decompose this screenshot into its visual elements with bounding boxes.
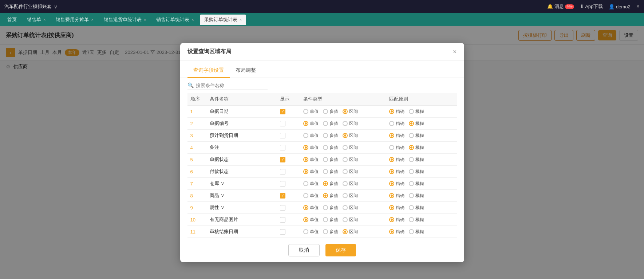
radio-type-区间[interactable]: 区间 [343, 121, 358, 127]
tab-close-stat[interactable]: × [191, 17, 194, 22]
checkbox-show-6[interactable] [280, 181, 285, 186]
row-show-1[interactable] [277, 118, 300, 130]
row-show-8[interactable] [277, 202, 300, 214]
radio-type-多值[interactable]: 多值 [323, 157, 338, 163]
row-show-10[interactable] [277, 226, 300, 238]
radio-type-多值[interactable]: 多值 [323, 145, 338, 151]
modal-tab-layout[interactable]: 布局调整 [230, 65, 262, 78]
radio-match-模糊[interactable]: 模糊 [409, 193, 424, 199]
radio-type-区间[interactable]: 区间 [343, 145, 358, 151]
radio-match-精确[interactable]: 精确 [389, 169, 404, 175]
radio-match-精确[interactable]: 精确 [389, 157, 404, 163]
modal-title: 设置查询区域布局 [187, 48, 231, 55]
radio-type-多值[interactable]: 多值 [323, 169, 338, 175]
radio-match-模糊[interactable]: 模糊 [409, 181, 424, 187]
checkbox-show-2[interactable] [280, 133, 285, 138]
checkbox-show-8[interactable] [280, 205, 285, 211]
radio-type-多值[interactable]: 多值 [323, 109, 338, 115]
row-show-6[interactable] [277, 178, 300, 190]
radio-type-单值[interactable]: 单值 [303, 133, 319, 139]
radio-type-单值[interactable]: 单值 [303, 205, 319, 211]
radio-type-区间[interactable]: 区间 [343, 169, 358, 175]
row-show-7[interactable]: ✓ [277, 190, 300, 202]
radio-match-模糊[interactable]: 模糊 [409, 145, 424, 151]
radio-match-精确[interactable]: 精确 [389, 109, 404, 115]
radio-match-精确[interactable]: 精确 [389, 193, 404, 199]
radio-match-模糊[interactable]: 模糊 [409, 205, 424, 211]
radio-type-多值[interactable]: 多值 [323, 193, 338, 199]
radio-match-模糊[interactable]: 模糊 [409, 169, 424, 175]
download-btn[interactable]: ⬇ App下载 [580, 3, 603, 10]
row-show-0[interactable]: ✓ [277, 106, 300, 118]
radio-type-单值[interactable]: 单值 [303, 121, 319, 127]
radio-match-模糊[interactable]: 模糊 [409, 109, 424, 115]
radio-type-区间[interactable]: 区间 [343, 193, 358, 199]
radio-type-单值[interactable]: 单值 [303, 193, 319, 199]
radio-match-精确[interactable]: 精确 [389, 217, 404, 223]
checkbox-show-9[interactable] [280, 217, 285, 223]
radio-type-多值[interactable]: 多值 [323, 181, 338, 187]
user-avatar[interactable]: 👤 demo2 [609, 4, 630, 9]
tab-purchase-stat[interactable]: 采购订单统计表 × [200, 15, 246, 25]
radio-match-精确[interactable]: 精确 [389, 205, 404, 211]
radio-type-区间[interactable]: 区间 [343, 181, 358, 187]
save-button[interactable]: 保存 [325, 244, 356, 256]
search-input[interactable] [196, 83, 261, 88]
checkbox-show-10[interactable] [280, 229, 285, 235]
radio-match-模糊[interactable]: 模糊 [409, 157, 424, 163]
row-show-5[interactable] [277, 166, 300, 178]
radio-match-精确[interactable]: 精确 [389, 181, 404, 187]
modal-tab-query[interactable]: 查询字段设置 [187, 65, 230, 78]
radio-match-精确[interactable]: 精确 [389, 229, 404, 235]
tab-sales-return[interactable]: 销售退货单统计表 × [99, 15, 150, 25]
tab-sales-fee[interactable]: 销售费用分摊单 × [51, 15, 98, 25]
checkbox-show-4[interactable]: ✓ [280, 157, 285, 162]
radio-type-多值[interactable]: 多值 [323, 133, 338, 139]
modal-close-button[interactable]: × [453, 48, 457, 55]
radio-match-精确[interactable]: 精确 [389, 133, 404, 139]
tab-close-purchase[interactable]: × [240, 17, 242, 22]
checkbox-show-1[interactable] [280, 121, 285, 126]
radio-type-多值[interactable]: 多值 [323, 217, 338, 223]
radio-match-模糊[interactable]: 模糊 [409, 229, 424, 235]
radio-type-单值[interactable]: 单值 [303, 169, 319, 175]
radio-type-区间[interactable]: 区间 [343, 205, 358, 211]
tab-sales-order[interactable]: 销售单 × [23, 15, 50, 25]
row-show-9[interactable] [277, 214, 300, 226]
radio-type-区间[interactable]: 区间 [343, 157, 358, 163]
top-close-button[interactable]: × [636, 3, 640, 10]
checkbox-show-3[interactable] [280, 145, 285, 150]
radio-match-精确[interactable]: 精确 [389, 145, 404, 151]
row-show-3[interactable] [277, 142, 300, 154]
radio-type-区间[interactable]: 区间 [343, 229, 358, 235]
tab-close-sales[interactable]: × [43, 17, 46, 22]
radio-type-区间[interactable]: 区间 [343, 217, 358, 223]
radio-type-区间[interactable]: 区间 [343, 133, 358, 139]
checkbox-show-7[interactable]: ✓ [280, 193, 285, 199]
radio-match-精确[interactable]: 精确 [389, 121, 404, 127]
radio-type-多值[interactable]: 多值 [323, 205, 338, 211]
notification-btn[interactable]: 🔔 消息 99+ [547, 3, 574, 10]
cancel-button[interactable]: 取消 [288, 244, 320, 256]
radio-type-单值[interactable]: 单值 [303, 145, 319, 151]
tab-close-return[interactable]: × [144, 17, 146, 22]
checkbox-show-5[interactable] [280, 169, 285, 174]
radio-match-模糊[interactable]: 模糊 [409, 217, 424, 223]
radio-type-多值[interactable]: 多值 [323, 121, 338, 127]
tab-close-fee[interactable]: × [91, 17, 93, 22]
radio-type-单值[interactable]: 单值 [303, 109, 319, 115]
tab-home[interactable]: 首页 [3, 15, 21, 25]
radio-type-多值[interactable]: 多值 [323, 229, 338, 235]
radio-type-单值[interactable]: 单值 [303, 181, 319, 187]
radio-match-模糊[interactable]: 模糊 [409, 121, 424, 127]
row-match-5: 精确模糊 [386, 166, 457, 178]
checkbox-show-0[interactable]: ✓ [280, 109, 285, 114]
radio-type-区间[interactable]: 区间 [343, 109, 358, 115]
row-show-2[interactable] [277, 130, 300, 142]
radio-type-单值[interactable]: 单值 [303, 157, 319, 163]
radio-type-单值[interactable]: 单值 [303, 229, 319, 235]
radio-match-模糊[interactable]: 模糊 [409, 133, 424, 139]
row-show-4[interactable]: ✓ [277, 154, 300, 166]
tab-sales-stat[interactable]: 销售订单统计表 × [152, 15, 198, 25]
radio-type-单值[interactable]: 单值 [303, 217, 319, 223]
